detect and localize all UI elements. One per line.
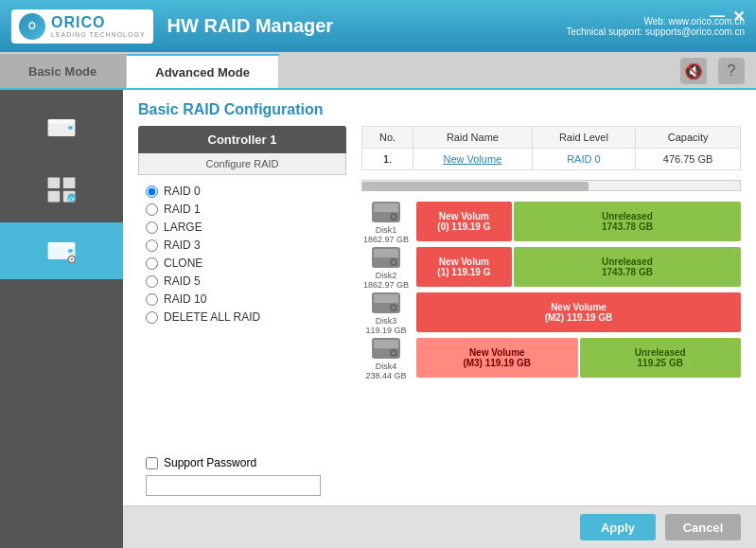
label-large: LARGE: [164, 221, 202, 234]
radio-raid3[interactable]: [146, 239, 158, 252]
raid-option-raid0[interactable]: RAID 0: [146, 185, 339, 198]
controller-header: Controller 1: [138, 126, 346, 153]
mute-button[interactable]: 🔇: [680, 58, 707, 84]
app-title: HW RAID Manager: [167, 15, 334, 37]
cell-capacity: 476.75 GB: [636, 149, 741, 170]
hdd-icon-1: [371, 199, 401, 225]
hdd-icon-3: [371, 290, 401, 316]
label-delete-all: DELETE ALL RAID: [164, 310, 260, 324]
title-controls: — ✕: [710, 8, 745, 26]
tab-advanced-mode[interactable]: Advanced Mode: [126, 54, 279, 88]
disk2-segments: New Volum (1) 119.19 G Unreleased 1743.7…: [416, 247, 741, 287]
scroll-thumb: [362, 182, 589, 191]
radio-large[interactable]: [146, 221, 158, 234]
col-raid-name: Raid Name: [413, 127, 532, 149]
configure-label: Configure RAID: [138, 153, 346, 175]
disk-row-2: Disk2 1862.97 GB New Volum (1) 119.19 G …: [361, 246, 741, 288]
cancel-button[interactable]: Cancel: [665, 514, 741, 540]
right-panel: No. Raid Name Raid Level Capacity 1. New…: [361, 126, 741, 505]
svg-rect-24: [374, 294, 398, 303]
raid-option-raid5[interactable]: RAID 5: [146, 274, 339, 288]
disk4-seg1: New Volume (M3) 119.19 GB: [416, 338, 578, 378]
radio-raid0[interactable]: [146, 186, 158, 198]
disk-rows: Disk1 1862.97 GB New Volum (0) 119.19 G …: [361, 201, 741, 379]
disk3-segments: New Volume (M2) 119.19 GB: [416, 292, 741, 332]
support-password-label: Support Password: [164, 456, 256, 469]
page-title: Basic RAID Configuration: [123, 90, 756, 126]
label-raid3: RAID 3: [164, 239, 201, 252]
label-clone: CLONE: [164, 256, 202, 270]
title-bar: O ORICO LEADING TECHNOLOGY HW RAID Manag…: [0, 0, 756, 52]
sidebar-item-grid[interactable]: ⟳: [0, 161, 123, 218]
help-icon: ?: [728, 62, 736, 80]
hdd-icon-4: [371, 335, 401, 362]
password-row: Support Password: [146, 456, 339, 469]
disk-row-1: Disk1 1862.97 GB New Volum (0) 119.19 G …: [361, 201, 741, 242]
sidebar: ⟳: [0, 90, 123, 548]
svg-rect-3: [48, 177, 61, 188]
sidebar-item-disk[interactable]: [0, 99, 123, 156]
minimize-button[interactable]: —: [710, 8, 725, 26]
radio-clone[interactable]: [146, 257, 158, 270]
support-password-checkbox[interactable]: [146, 457, 158, 469]
svg-rect-2: [68, 126, 73, 130]
cell-raid-name[interactable]: New Volume: [413, 149, 532, 170]
svg-rect-16: [374, 203, 398, 212]
raid-option-raid3[interactable]: RAID 3: [146, 239, 339, 252]
password-section: Support Password: [138, 447, 346, 505]
disk3-seg1: New Volume (M2) 119.19 GB: [416, 292, 741, 332]
svg-point-22: [392, 260, 396, 264]
radio-raid10[interactable]: [146, 293, 158, 306]
disk2-icon: Disk2 1862.97 GB: [361, 244, 411, 290]
disk-row-4: Disk4 238.44 GB New Volume (M3) 119.19 G…: [361, 337, 741, 379]
col-no: No.: [362, 127, 413, 149]
cell-no: 1.: [362, 149, 413, 170]
brand-sub: LEADING TECHNOLOGY: [51, 31, 146, 38]
disk3-label: Disk3: [376, 316, 397, 326]
logo-box: O ORICO LEADING TECHNOLOGY: [11, 9, 153, 44]
raid-option-delete-all[interactable]: DELETE ALL RAID: [146, 310, 339, 324]
logo-circle: O: [19, 13, 45, 40]
brand-name: ORICO: [51, 14, 146, 31]
close-button[interactable]: ✕: [732, 8, 745, 26]
title-left: O ORICO LEADING TECHNOLOGY HW RAID Manag…: [11, 9, 333, 44]
svg-point-18: [392, 215, 396, 219]
disk4-seg2: Unreleased 119.25 GB: [580, 338, 742, 378]
disk-icon: [44, 111, 79, 145]
svg-rect-28: [374, 340, 398, 348]
svg-rect-11: [68, 249, 73, 253]
raid-option-raid10[interactable]: RAID 10: [146, 292, 339, 306]
apply-button[interactable]: Apply: [580, 514, 656, 540]
svg-rect-1: [48, 119, 76, 124]
label-raid5: RAID 5: [164, 274, 201, 288]
disk2-seg2: Unreleased 1743.78 GB: [514, 247, 741, 287]
disk1-label: Disk1: [376, 225, 397, 235]
disk2-seg1: New Volum (1) 119.19 G: [416, 247, 512, 287]
radio-raid5[interactable]: [146, 275, 158, 288]
sidebar-item-settings[interactable]: [0, 222, 123, 279]
radio-raid1[interactable]: [146, 203, 158, 216]
help-button[interactable]: ?: [718, 58, 745, 84]
svg-rect-10: [48, 242, 76, 247]
scroll-bar[interactable]: [361, 180, 741, 191]
disk3-size: 119.19 GB: [365, 326, 406, 335]
svg-rect-4: [63, 177, 76, 188]
disk1-seg1: New Volum (0) 119.19 G: [416, 202, 512, 241]
disk4-size: 238.44 GB: [365, 371, 406, 380]
raid-option-large[interactable]: LARGE: [146, 221, 339, 234]
svg-point-14: [70, 258, 73, 261]
raid-option-raid1[interactable]: RAID 1: [146, 203, 339, 216]
tab-basic-mode[interactable]: Basic Mode: [0, 54, 126, 88]
settings-icon: [44, 234, 79, 268]
password-input[interactable]: [146, 475, 321, 496]
radio-delete-all[interactable]: [146, 311, 158, 324]
svg-point-26: [392, 306, 396, 309]
disk1-size: 1862.97 GB: [363, 235, 409, 244]
disk1-segments: New Volum (0) 119.19 G Unreleased 1743.7…: [416, 202, 741, 241]
grid-icon: ⟳: [44, 172, 79, 206]
main-area: ⟳ Basic RAID Configuration Controller 1 …: [0, 90, 756, 548]
raid-option-clone[interactable]: CLONE: [146, 256, 339, 270]
nav-right: 🔇 ?: [680, 58, 756, 88]
cell-raid-level: RAID 0: [532, 149, 636, 170]
label-raid0: RAID 0: [164, 185, 201, 198]
